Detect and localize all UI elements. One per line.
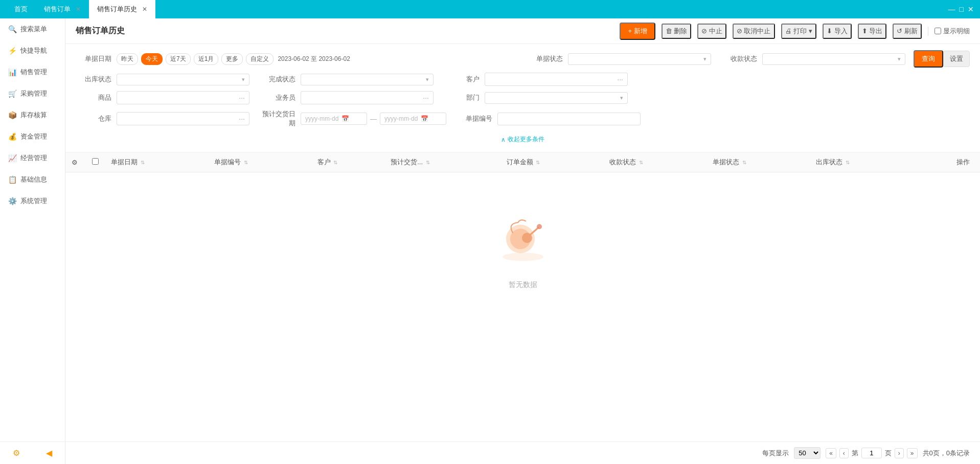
maximize-button[interactable]: □ <box>960 5 964 13</box>
th-number[interactable]: 单据编号 ⇅ <box>208 152 311 172</box>
date-btn-more[interactable]: 更多 <box>221 53 243 65</box>
select-all-checkbox[interactable] <box>92 158 99 165</box>
sidebar-settings-button[interactable]: ⚙ <box>9 446 24 460</box>
date-btn-today[interactable]: 今天 <box>141 53 163 65</box>
delivery-date-end-text: yyyy-mm-dd <box>384 115 418 122</box>
sidebar-collapse-button[interactable]: ◀ <box>42 446 56 460</box>
th-settings[interactable]: ⚙ <box>65 152 86 172</box>
last-page-button[interactable]: » <box>907 448 918 458</box>
tab-sales-order-history-close[interactable]: ✕ <box>142 6 147 13</box>
warehouse-dots[interactable]: ··· <box>239 115 245 123</box>
th-date-label: 单据日期 <box>111 158 138 166</box>
close-button[interactable]: ✕ <box>968 5 974 13</box>
next-page-button[interactable]: › <box>895 448 904 458</box>
customer-label: 客户 <box>444 75 485 84</box>
print-button[interactable]: 🖨 打印 ▾ <box>781 24 817 39</box>
data-table: ⚙ 单据日期 ⇅ 单据编号 ⇅ <box>65 152 980 330</box>
customer-dots[interactable]: ··· <box>617 75 623 83</box>
date-btn-1month[interactable]: 近1月 <box>194 53 219 65</box>
sidebar-item-purchase-mgmt[interactable]: 🛒 采购管理 <box>0 83 65 104</box>
first-page-button[interactable]: « <box>826 448 836 458</box>
show-detail-checkbox[interactable]: 显示明细 <box>935 27 970 36</box>
import-button[interactable]: ⬇ 导入 <box>823 24 852 39</box>
stop-button[interactable]: ⊘ 中止 <box>697 24 726 39</box>
sidebar-item-basic-info[interactable]: 📋 基础信息 <box>0 169 65 190</box>
search-button[interactable]: 查询 <box>914 50 943 68</box>
date-btn-yesterday[interactable]: 昨天 <box>117 53 138 65</box>
export-button[interactable]: ⬆ 导出 <box>858 24 887 39</box>
complete-status-label: 完成状态 <box>260 75 301 84</box>
settings-filter-button[interactable]: 设置 <box>943 51 970 67</box>
sidebar-item-inventory-check-label: 库存核算 <box>20 111 47 120</box>
minimize-button[interactable]: — <box>948 5 955 13</box>
th-customer[interactable]: 客户 ⇅ <box>311 152 384 172</box>
status-label: 单据状态 <box>527 54 568 63</box>
th-action: 操作 <box>913 152 980 172</box>
th-number-sort: ⇅ <box>244 160 248 165</box>
th-delivery-label: 预计交货... <box>391 158 423 166</box>
order-number-input[interactable] <box>502 115 636 123</box>
delivery-date-start[interactable]: yyyy-mm-dd 📅 <box>301 113 367 125</box>
sidebar-item-fund-mgmt[interactable]: 💰 资金管理 <box>0 126 65 147</box>
th-warehouse-status[interactable]: 出库状态 ⇅ <box>810 152 913 172</box>
current-page-input[interactable] <box>861 448 882 458</box>
sidebar-item-quick-nav[interactable]: ⚡ 快捷导航 <box>0 40 65 61</box>
settings-gear-icon[interactable]: ⚙ <box>72 159 78 166</box>
th-warehouse-status-label: 出库状态 <box>816 158 842 166</box>
collapse-label: 收起更多条件 <box>508 135 544 144</box>
delete-button[interactable]: 🗑 删除 <box>662 24 692 39</box>
th-customer-label: 客户 <box>317 158 331 166</box>
status-select[interactable]: ▾ <box>568 53 711 65</box>
th-receipt-status[interactable]: 收款状态 ⇅ <box>603 152 706 172</box>
th-amount-sort: ⇅ <box>536 160 540 165</box>
sidebar-item-inventory-check[interactable]: 📦 库存核算 <box>0 104 65 126</box>
receipt-status-select[interactable]: ▾ <box>762 53 905 65</box>
th-date[interactable]: 单据日期 ⇅ <box>105 152 208 172</box>
refresh-button[interactable]: ↺ 刷新 <box>893 24 922 39</box>
order-number-label: 单据编号 <box>457 114 497 123</box>
th-checkbox[interactable] <box>86 152 105 172</box>
collapse-bar[interactable]: ∧ 收起更多条件 <box>76 133 970 146</box>
warehouse-status-select[interactable]: ▾ <box>117 74 249 85</box>
salesperson-label: 业务员 <box>260 93 301 102</box>
th-order-status[interactable]: 单据状态 ⇅ <box>706 152 810 172</box>
footer: 每页显示 10 20 50 100 « ‹ 第 页 › » 共0页，0条记录 <box>65 441 980 464</box>
delivery-date-end[interactable]: yyyy-mm-dd 📅 <box>380 113 446 125</box>
tab-home[interactable]: 首页 <box>6 0 36 18</box>
sidebar-item-search-menu[interactable]: 🔍 搜索菜单 <box>0 18 65 40</box>
th-number-label: 单据编号 <box>214 158 241 166</box>
show-detail-input[interactable] <box>935 28 941 34</box>
empty-row: 暂无数据 <box>65 172 980 331</box>
add-button[interactable]: + 新增 <box>620 23 655 40</box>
tab-sales-order-history[interactable]: 销售订单历史 ✕ <box>89 0 155 18</box>
purchase-mgmt-icon: 🛒 <box>8 90 16 98</box>
th-order-status-label: 单据状态 <box>713 158 739 166</box>
page-size-label: 每页显示 <box>762 449 789 458</box>
th-warehouse-status-sort: ⇅ <box>846 160 850 165</box>
tab-home-label: 首页 <box>14 5 28 14</box>
department-select[interactable]: ▾ <box>485 92 628 104</box>
page-size-select[interactable]: 10 20 50 100 <box>794 447 821 459</box>
sidebar-item-operations-mgmt[interactable]: 📈 经营管理 <box>0 147 65 169</box>
sidebar-item-sales-mgmt[interactable]: 📊 销售管理 <box>0 61 65 83</box>
tab-sales-order[interactable]: 销售订单 ✕ <box>36 0 89 18</box>
prev-page-button[interactable]: ‹ <box>839 448 849 458</box>
date-btn-custom[interactable]: 自定义 <box>246 53 274 65</box>
svg-point-0 <box>503 253 543 261</box>
sidebar-item-system-mgmt[interactable]: ⚙️ 系统管理 <box>0 190 65 212</box>
th-amount[interactable]: 订单金额 ⇅ <box>500 152 604 172</box>
filter-row-4: 仓库 ··· 预计交货日期 yyyy-mm-dd 📅 — yyyy-mm-dd … <box>76 109 970 128</box>
table-area: ⚙ 单据日期 ⇅ 单据编号 ⇅ <box>65 152 980 441</box>
th-delivery[interactable]: 预计交货... ⇅ <box>384 152 500 172</box>
content-area: 销售订单历史 + 新增 🗑 删除 ⊘ 中止 ⊘ 取消中止 🖨 打印 ▾ ⬇ 导入… <box>65 18 980 464</box>
goods-dots[interactable]: ··· <box>239 94 245 102</box>
complete-status-select[interactable]: ▾ <box>301 74 434 85</box>
tab-sales-order-close[interactable]: ✕ <box>76 6 81 13</box>
status-arrow: ▾ <box>703 56 706 62</box>
cancel-stop-button[interactable]: ⊘ 取消中止 <box>733 24 775 39</box>
date-btn-7days[interactable]: 近7天 <box>166 53 191 65</box>
salesperson-dots[interactable]: ··· <box>423 94 429 102</box>
calendar-icon-2: 📅 <box>421 115 428 122</box>
calendar-icon-1: 📅 <box>341 115 349 122</box>
date-filter: 昨天 今天 近7天 近1月 更多 自定义 2023-06-02 至 2023-0… <box>117 53 517 65</box>
